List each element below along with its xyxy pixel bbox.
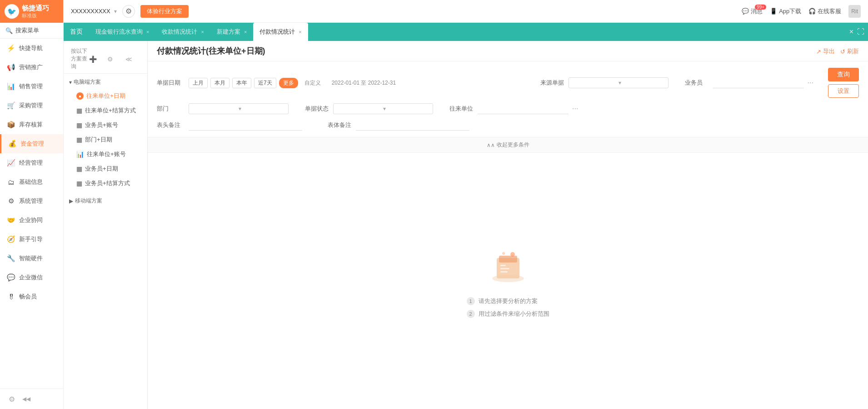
sidebar-item-quick-nav[interactable]: ⚡ 快捷导航 (0, 39, 63, 58)
query-btn[interactable]: 查询 (828, 68, 859, 81)
logo-icon: 🐦 (5, 4, 19, 19)
company-dropdown-icon[interactable]: ▾ (114, 8, 117, 15)
sidebar-item-finance[interactable]: 💰 资金管理 (0, 134, 63, 153)
operations-icon: 📈 (6, 158, 15, 167)
tab-close-all-icon[interactable]: × (849, 28, 853, 36)
desktop-group-toggle[interactable]: ▾ 电脑端方案 (64, 76, 147, 89)
date-btn-this-year[interactable]: 本年 (232, 78, 251, 88)
scheme-item-salesman-account[interactable]: ▦ 业务员+账号 (64, 118, 147, 132)
mobile-group-toggle[interactable]: ▶ 移动端方案 (64, 194, 147, 207)
scheme-item-salesman-date[interactable]: ▦ 业务员+日期 (64, 162, 147, 176)
sidebar-item-label: 系统管理 (19, 197, 43, 205)
scheme-settings-icon[interactable]: ⚙ (107, 56, 124, 63)
filter-row-2: 部门 ▾ 单据状态 ▾ 往来单位 (157, 103, 859, 114)
scheme-item-salesman-settle[interactable]: ▦ 业务员+结算方式 (64, 176, 147, 191)
empty-hint-2: 2 用过滤条件来缩小分析范围 (467, 310, 549, 318)
tab-collection-stats-close[interactable]: × (201, 29, 204, 35)
sidebar-item-label: 企业协同 (19, 216, 43, 224)
sidebar: 🐦 畅捷通巧 标准版 🔍 搜索菜单 ⚡ 快捷导航 📢 营销推广 📊 销售管理 🛒… (0, 0, 64, 409)
refresh-btn[interactable]: ↺ 刷新 (840, 47, 859, 56)
search-menu[interactable]: 🔍 搜索菜单 (0, 23, 63, 39)
sidebar-item-label: 畅会员 (19, 293, 37, 301)
sidebar-item-operations[interactable]: 📈 经营管理 (0, 153, 63, 172)
svg-rect-2 (499, 256, 517, 263)
export-btn[interactable]: ↗ 导出 (816, 47, 835, 56)
head-note-input[interactable] (189, 120, 302, 131)
add-scheme-icon[interactable]: ➕ (89, 56, 105, 63)
notifications-btn[interactable]: 💬 消息 99+ (742, 7, 763, 15)
filter-settings-btn[interactable]: 设置 (828, 84, 859, 98)
guide-icon: 🧭 (6, 235, 15, 244)
salesman-input[interactable] (713, 77, 804, 88)
sidebar-collapse-icon[interactable]: ◀◀ (21, 394, 32, 404)
tab-collection-stats-label: 收款情况统计 (162, 28, 197, 36)
finance-icon: 💰 (8, 139, 17, 148)
sidebar-item-marketing[interactable]: 📢 营销推广 (0, 58, 63, 77)
body-note-input[interactable] (356, 120, 469, 131)
basic-icon: 🗂 (6, 177, 15, 187)
online-service-label: 在线客服 (818, 7, 841, 15)
head-note-label: 表头备注 (157, 121, 181, 129)
tab-collection-stats[interactable]: 收款情况统计 × (155, 23, 210, 41)
sidebar-item-hardware[interactable]: 🔧 智能硬件 (0, 249, 63, 268)
salesman-ellipsis[interactable]: ··· (808, 79, 813, 87)
sidebar-settings-icon[interactable]: ⚙ (6, 394, 17, 404)
tab-payment-stats[interactable]: 付款情况统计 × (253, 23, 308, 41)
partner-ellipsis[interactable]: ··· (572, 105, 578, 113)
main-area: XXXXXXXXXX ▾ ⚙ 体验行业方案 💬 消息 99+ 📱 App下载 🎧… (64, 0, 868, 409)
dept-select[interactable]: ▾ (189, 103, 289, 114)
bill-status-select[interactable]: ▾ (333, 103, 433, 114)
scheme-item-label: 业务员+账号 (85, 121, 118, 129)
scheme-item-dept-date[interactable]: ▦ 部门+日期 (64, 132, 147, 147)
sidebar-item-wechat[interactable]: 💬 企业微信 (0, 268, 63, 287)
sidebar-item-inventory[interactable]: 📦 库存核算 (0, 115, 63, 134)
tab-new-scheme[interactable]: 新建方案 × (210, 23, 253, 41)
tab-new-scheme-close[interactable]: × (244, 29, 247, 35)
sidebar-item-member[interactable]: 🎖 畅会员 (0, 287, 63, 306)
hint-text-1: 请先选择要分析的方案 (479, 297, 538, 305)
source-select[interactable]: ▾ (569, 77, 668, 88)
partner-input[interactable] (478, 103, 569, 114)
right-content: 付款情况统计(往来单位+日期) ↗ 导出 ↺ 刷新 单据日期 (148, 41, 868, 409)
sidebar-item-basic[interactable]: 🗂 基础信息 (0, 172, 63, 192)
scheme-item-partner-settle[interactable]: ▦ 往来单位+结算方式 (64, 103, 147, 118)
app-icon: 📱 (770, 8, 777, 15)
online-service-btn[interactable]: 🎧 在线客服 (808, 7, 841, 15)
hint-text-2: 用过滤条件来缩小分析范围 (479, 310, 549, 318)
header-settings-btn[interactable]: ⚙ (122, 5, 135, 18)
sidebar-nav: ⚡ 快捷导航 📢 营销推广 📊 销售管理 🛒 采购管理 📦 库存核算 💰 资金管… (0, 39, 63, 389)
page-header-actions: ↗ 导出 ↺ 刷新 (816, 45, 859, 56)
sidebar-item-purchase[interactable]: 🛒 采购管理 (0, 96, 63, 115)
tabs-right-actions: × ⛶ (849, 28, 868, 36)
scheme-item-partner-account[interactable]: 📊 往来单位+账号 (64, 147, 147, 162)
trial-btn[interactable]: 体验行业方案 (140, 5, 189, 18)
desktop-scheme-group: ▾ 电脑端方案 ● 往来单位+日期 ▦ 往来单位+结算方式 ▦ 业务员+账号 ▦ (64, 74, 147, 192)
scheme-item-partner-date[interactable]: ● 往来单位+日期 (64, 89, 147, 103)
tab-bank-flow-close[interactable]: × (146, 29, 149, 35)
date-btn-last-month[interactable]: 上月 (189, 78, 208, 88)
date-btn-more[interactable]: 更多 (279, 78, 298, 88)
sidebar-item-system[interactable]: ⚙ 系统管理 (0, 192, 63, 211)
tab-bank-flow[interactable]: 现金银行流水查询 × (89, 23, 155, 41)
date-btn-custom[interactable]: 自定义 (301, 78, 324, 88)
tab-expand-icon[interactable]: ⛶ (857, 28, 864, 36)
table-icon: ▦ (76, 165, 82, 172)
sidebar-item-sales[interactable]: 📊 销售管理 (0, 77, 63, 96)
collapse-bar[interactable]: ∧∧ 收起更多条件 (148, 137, 868, 153)
purchase-icon: 🛒 (6, 101, 15, 110)
avatar[interactable]: Rit (848, 5, 861, 18)
sidebar-item-label: 采购管理 (19, 101, 43, 110)
sidebar-bottom: ⚙ ◀◀ (0, 389, 63, 409)
date-btn-this-month[interactable]: 本月 (210, 78, 229, 88)
bill-status-label: 单据状态 (305, 105, 329, 113)
tab-payment-stats-close[interactable]: × (299, 29, 301, 35)
filter-area: 单据日期 上月 本月 本年 近7天 更多 自定义 2022-01-01 至 20… (148, 61, 868, 137)
header: XXXXXXXXXX ▾ ⚙ 体验行业方案 💬 消息 99+ 📱 App下载 🎧… (64, 0, 868, 23)
date-btn-last-7days[interactable]: 近7天 (254, 78, 276, 88)
sidebar-item-enterprise[interactable]: 🤝 企业协同 (0, 211, 63, 230)
app-download-btn[interactable]: 📱 App下载 (770, 7, 801, 15)
tab-payment-stats-label: 付款情况统计 (259, 28, 295, 36)
tab-home[interactable]: 首页 (64, 23, 89, 41)
sidebar-item-guide[interactable]: 🧭 新手引导 (0, 230, 63, 249)
scheme-collapse-icon[interactable]: ≪ (125, 56, 142, 63)
